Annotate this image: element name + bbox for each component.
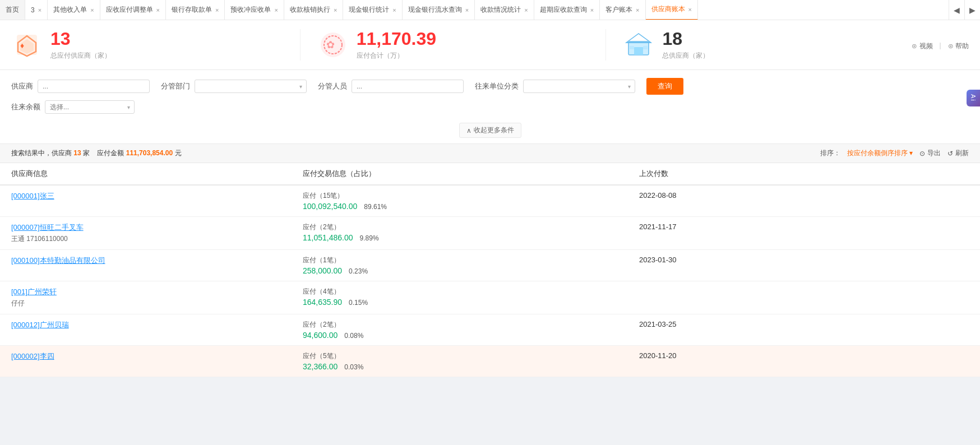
tx-row-2: 258,000.00 0.23% bbox=[303, 265, 639, 275]
tx-label-2: 应付（1笔） bbox=[303, 256, 639, 265]
table-row: [001]广州荣轩 仔仔 应付（4笔） 164,635.90 0.15% bbox=[0, 281, 980, 314]
nav-item-ap-adjust[interactable]: 应收应付调整单 × bbox=[100, 0, 166, 20]
nav-close-tab3[interactable]: × bbox=[38, 7, 41, 13]
help-link[interactable]: ⊙ 帮助 bbox=[948, 41, 969, 51]
last-pay-date-1: 2021-11-17 bbox=[639, 222, 677, 231]
svg-text:♦: ♦ bbox=[20, 41, 24, 50]
supplier-link-4[interactable]: [000012]广州贝瑞 bbox=[11, 320, 303, 330]
nav-label-cash-bank-flow: 现金银行流水查询 bbox=[408, 5, 462, 15]
tx-info-3: 应付（4笔） 164,635.90 0.15% bbox=[303, 287, 639, 307]
supplier-link-5[interactable]: [000002]李四 bbox=[11, 351, 303, 361]
supplier-link-3[interactable]: [001]广州荣轩 bbox=[11, 287, 303, 297]
tx-label-0: 应付（15笔） bbox=[303, 191, 639, 201]
search-row-2: 往来余额 ▾ bbox=[11, 100, 969, 114]
result-amount: 111,703,854.00 bbox=[126, 149, 173, 157]
last-pay-0: 2022-08-08 bbox=[639, 191, 969, 200]
tx-amount-1[interactable]: 11,051,486.00 bbox=[303, 233, 353, 242]
person-input[interactable] bbox=[352, 80, 464, 93]
summary-card-total-suppliers: 18 总供应商（家） bbox=[605, 29, 912, 61]
query-button[interactable]: 查询 bbox=[646, 78, 683, 95]
video-link[interactable]: ⊙ 视频 bbox=[912, 41, 932, 51]
nav-close-supplier-account[interactable]: × bbox=[688, 6, 692, 13]
balance-input[interactable] bbox=[45, 100, 135, 114]
nav-arrow-right[interactable]: ▶ bbox=[964, 0, 980, 20]
tx-info-1: 应付（2笔） 11,051,486.00 9.89% bbox=[303, 222, 639, 242]
refresh-button[interactable]: ↺ 刷新 bbox=[947, 149, 969, 158]
nav-close-overdue-collect[interactable]: × bbox=[590, 7, 594, 13]
nav-close-bank-deposit[interactable]: × bbox=[215, 7, 219, 13]
nav-close-other-income[interactable]: × bbox=[90, 7, 94, 13]
table-row: [000001]张三 应付（15笔） 100,092,540.00 89.61%… bbox=[0, 186, 980, 217]
card-info-total-suppliers: 18 总供应商（家） bbox=[662, 29, 709, 61]
ai-panel[interactable]: Ai bbox=[967, 90, 980, 106]
nav-item-customer-account[interactable]: 客户账本 × bbox=[600, 0, 645, 20]
result-info: 搜索结果中，供应商 13 家 应付金额 111,703,854.00 元 bbox=[11, 149, 182, 158]
nav-item-tab3[interactable]: 3 × bbox=[25, 0, 48, 20]
supplier-info-1: [000007]恒旺二手叉车 王通 17106110000 bbox=[11, 222, 303, 244]
tx-row-1: 11,051,486.00 9.89% bbox=[303, 232, 639, 242]
tx-percent-5: 0.03% bbox=[344, 363, 363, 371]
nav-close-cash-bank-flow[interactable]: × bbox=[465, 7, 469, 13]
tx-amount-3[interactable]: 164,635.90 bbox=[303, 298, 342, 307]
nav-item-home[interactable]: 首页 bbox=[0, 0, 25, 20]
nav-item-supplier-account[interactable]: 供应商账本 × bbox=[646, 0, 698, 20]
tx-label-1: 应付（2笔） bbox=[303, 222, 639, 232]
tx-amount-0[interactable]: 100,092,540.00 bbox=[303, 202, 357, 211]
nav-item-bank-deposit[interactable]: 银行存取款单 × bbox=[166, 0, 225, 20]
result-supplier-count: 13 bbox=[73, 149, 81, 157]
svg-rect-10 bbox=[630, 46, 634, 49]
tx-row-3: 164,635.90 0.15% bbox=[303, 296, 639, 307]
search-field-dept: 分管部门 ▾ bbox=[161, 80, 307, 93]
nav-close-customer-account[interactable]: × bbox=[636, 7, 639, 13]
nav-close-collect-verify[interactable]: × bbox=[334, 7, 337, 13]
export-button[interactable]: ⊙ 导出 bbox=[919, 149, 941, 158]
nav-label-advance-collect: 预收冲应收单 bbox=[230, 5, 271, 15]
tx-amount-2[interactable]: 258,000.00 bbox=[303, 266, 342, 275]
last-pay-date-4: 2021-03-25 bbox=[639, 320, 677, 328]
nav-label-supplier-account: 供应商账本 bbox=[651, 4, 685, 14]
nav-item-other-income[interactable]: 其他收入单 × bbox=[48, 0, 100, 20]
nav-label-customer-account: 客户账本 bbox=[605, 5, 632, 15]
card-number-ap-suppliers: 13 bbox=[50, 29, 111, 49]
supplier-input[interactable] bbox=[38, 80, 150, 93]
search-field-person: 分管人员 bbox=[318, 80, 464, 93]
nav-item-cash-bank-stat[interactable]: 现金银行统计 × bbox=[343, 0, 402, 20]
nav-item-advance-collect[interactable]: 预收冲应收单 × bbox=[225, 0, 284, 20]
tx-percent-0: 89.61% bbox=[364, 203, 387, 211]
category-input[interactable] bbox=[523, 80, 635, 93]
svg-rect-11 bbox=[643, 46, 648, 49]
nav-arrow-left[interactable]: ◀ bbox=[949, 0, 964, 20]
nav-label-overdue-collect: 超期应收款查询 bbox=[540, 5, 587, 15]
table-header: 供应商信息 应付交易信息（占比） 上次付数 bbox=[0, 163, 980, 186]
table-container: 供应商信息 应付交易信息（占比） 上次付数 [000001]张三 应付（15笔）… bbox=[0, 163, 980, 377]
nav-label-cash-bank-stat: 现金银行统计 bbox=[349, 5, 389, 15]
summary-area: ♦ 13 总应付供应商（家） ✿ 11,170.39 应付合计（万） bbox=[0, 20, 980, 70]
nav-item-collect-verify[interactable]: 收款核销执行 × bbox=[284, 0, 343, 20]
sort-value[interactable]: 按应付余额倒序排序 ▾ bbox=[847, 149, 913, 158]
card-number-total-suppliers: 18 bbox=[662, 29, 709, 49]
svg-rect-9 bbox=[634, 47, 643, 55]
supplier-link-2[interactable]: [000100]本特勤油品有限公司 bbox=[11, 256, 303, 266]
nav-close-ap-adjust[interactable]: × bbox=[156, 7, 160, 13]
svg-text:✿: ✿ bbox=[326, 39, 335, 50]
tx-amount-4[interactable]: 94,600.00 bbox=[303, 331, 338, 340]
result-actions: 排序： 按应付余额倒序排序 ▾ ⊙ 导出 ↺ 刷新 bbox=[820, 149, 969, 158]
nav-item-collect-stat[interactable]: 收款情况统计 × bbox=[475, 0, 534, 20]
collapse-button[interactable]: ∧ 收起更多条件 bbox=[459, 123, 521, 138]
nav-item-cash-bank-flow[interactable]: 现金银行流水查询 × bbox=[403, 0, 475, 20]
nav-close-collect-stat[interactable]: × bbox=[524, 7, 528, 13]
nav-close-advance-collect[interactable]: × bbox=[274, 7, 278, 13]
supplier-link-1[interactable]: [000007]恒旺二手叉车 bbox=[11, 222, 303, 233]
tx-amount-5[interactable]: 32,366.00 bbox=[303, 362, 338, 371]
nav-close-cash-bank-stat[interactable]: × bbox=[392, 7, 396, 13]
tx-label-3: 应付（4笔） bbox=[303, 287, 639, 296]
table-header-col1: 供应商信息 bbox=[11, 169, 303, 179]
card-label-total-suppliers: 总供应商（家） bbox=[662, 51, 709, 61]
result-supplier-unit: 家 bbox=[83, 149, 90, 157]
nav-label-tab3: 3 bbox=[31, 6, 35, 14]
balance-select-wrapper: ▾ bbox=[45, 100, 135, 114]
supplier-link-0[interactable]: [000001]张三 bbox=[11, 191, 303, 201]
card-info-ap-total: 11,170.39 应付合计（万） bbox=[357, 29, 436, 61]
nav-item-overdue-collect[interactable]: 超期应收款查询 × bbox=[534, 0, 600, 20]
dept-input[interactable] bbox=[195, 80, 307, 93]
